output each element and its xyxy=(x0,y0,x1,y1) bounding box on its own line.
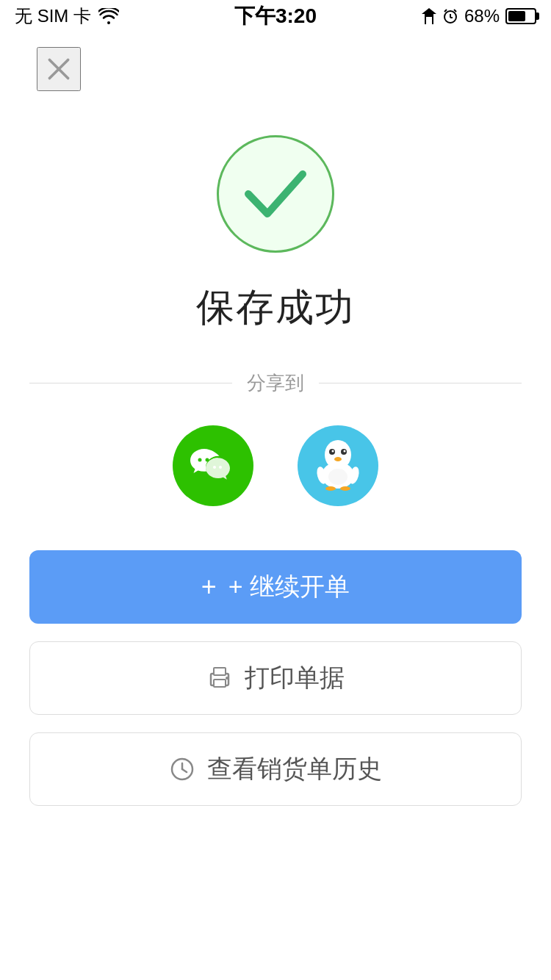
status-bar: 无 SIM 卡 下午3:20 68% xyxy=(0,0,551,32)
svg-point-9 xyxy=(206,458,209,462)
sim-label: 无 SIM 卡 xyxy=(15,4,91,28)
close-icon xyxy=(46,56,72,82)
continue-icon: + xyxy=(201,572,217,602)
svg-rect-25 xyxy=(214,680,226,687)
alarm-icon xyxy=(442,8,458,24)
svg-line-4 xyxy=(454,10,456,12)
continue-label: + 继续开单 xyxy=(228,570,350,604)
svg-point-18 xyxy=(343,450,345,452)
share-icons xyxy=(173,425,378,506)
battery-percent: 68% xyxy=(464,6,500,26)
success-circle xyxy=(217,135,334,253)
battery-icon xyxy=(505,8,536,24)
svg-point-8 xyxy=(198,458,202,462)
close-button[interactable] xyxy=(37,47,81,91)
status-left: 无 SIM 卡 xyxy=(15,4,119,28)
qq-logo-icon xyxy=(314,439,362,494)
main-content: 保存成功 分享到 xyxy=(0,32,551,980)
divider-left xyxy=(29,383,232,383)
divider-row: 分享到 xyxy=(29,370,522,396)
battery-fill xyxy=(508,11,525,21)
success-title: 保存成功 xyxy=(196,282,355,334)
share-label: 分享到 xyxy=(247,370,304,396)
status-right: 68% xyxy=(422,6,536,26)
svg-point-11 xyxy=(219,466,222,469)
wifi-icon xyxy=(98,8,119,24)
svg-point-20 xyxy=(325,486,336,491)
checkmark-icon xyxy=(242,168,309,220)
svg-point-27 xyxy=(226,677,228,680)
wechat-share-button[interactable] xyxy=(173,425,253,506)
svg-point-14 xyxy=(334,457,342,461)
history-label: 查看销货单历史 xyxy=(207,752,382,786)
svg-line-3 xyxy=(444,10,447,12)
status-time: 下午3:20 xyxy=(234,2,317,30)
actions: + + 继续开单 打印单据 查看销货单历史 xyxy=(29,550,522,806)
history-icon xyxy=(169,756,195,782)
svg-point-17 xyxy=(331,450,334,452)
svg-point-10 xyxy=(213,466,216,469)
share-section: 分享到 xyxy=(29,370,522,506)
printer-icon xyxy=(206,665,233,691)
qq-share-button[interactable] xyxy=(298,425,378,506)
svg-rect-26 xyxy=(214,668,226,675)
svg-line-30 xyxy=(182,769,187,772)
svg-point-21 xyxy=(340,486,350,491)
wechat-logo-icon xyxy=(188,444,238,487)
location-icon xyxy=(422,8,436,24)
print-label: 打印单据 xyxy=(245,661,345,695)
divider-right xyxy=(319,383,522,383)
svg-point-19 xyxy=(328,469,347,485)
history-button[interactable]: 查看销货单历史 xyxy=(29,732,522,806)
continue-button[interactable]: + + 继续开单 xyxy=(29,550,522,624)
print-button[interactable]: 打印单据 xyxy=(29,641,522,715)
